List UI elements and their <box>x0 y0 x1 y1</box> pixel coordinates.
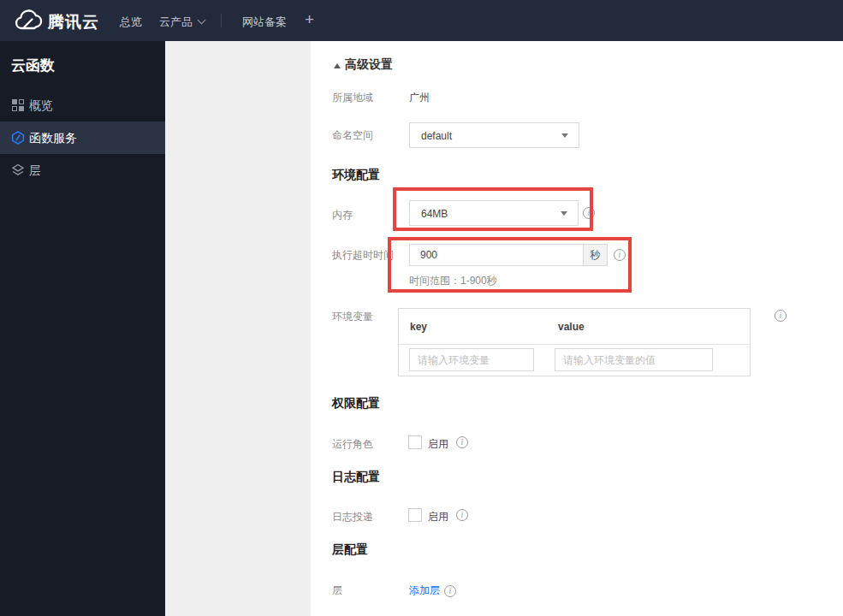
nav-item-products[interactable]: 云产品 <box>159 15 193 30</box>
sidebar-item-label: 概览 <box>29 98 53 114</box>
chevron-down-icon <box>561 211 567 216</box>
sidebar-item-label: 层 <box>29 163 41 179</box>
region-label: 所属地域 <box>332 91 373 105</box>
timeout-unit: 秒 <box>584 244 608 266</box>
env-value-input[interactable] <box>555 348 713 371</box>
env-key-column-header: key <box>410 321 427 333</box>
info-icon[interactable]: i <box>456 509 468 521</box>
log-config-header: 日志配置 <box>332 470 380 485</box>
log-delivery-checkbox[interactable] <box>408 508 422 522</box>
namespace-select[interactable]: default <box>409 122 579 148</box>
env-value-column-header: value <box>558 321 585 333</box>
info-icon[interactable]: i <box>775 310 787 322</box>
brand-title[interactable]: 腾讯云 <box>48 11 99 33</box>
info-icon[interactable]: i <box>583 207 595 219</box>
sidebar: 云函数 概览 函数服务 层 <box>0 41 165 616</box>
info-icon[interactable]: i <box>444 585 456 597</box>
env-vars-label: 环境变量 <box>332 310 373 324</box>
add-layer-link[interactable]: 添加层 <box>409 583 440 598</box>
memory-select[interactable]: 64MB <box>409 200 579 226</box>
timeout-label: 执行超时时间 <box>332 248 394 263</box>
hexagon-function-icon <box>11 131 25 145</box>
run-role-enable-label: 启用 <box>428 437 448 452</box>
nav-divider <box>221 14 222 27</box>
log-delivery-enable-label: 启用 <box>428 510 448 524</box>
secondary-panel <box>165 41 311 616</box>
run-role-label: 运行角色 <box>332 437 373 452</box>
log-delivery-label: 日志投递 <box>332 510 373 524</box>
env-config-header: 环境配置 <box>332 168 380 183</box>
add-tab-icon[interactable]: + <box>305 10 314 29</box>
timeout-input[interactable] <box>409 244 584 266</box>
topbar: 腾讯云 总览 云产品 网站备案 + <box>0 0 843 41</box>
memory-label: 内存 <box>332 208 353 222</box>
tencent-cloud-logo-icon[interactable] <box>13 9 44 33</box>
env-vars-header-row: key value <box>399 309 750 345</box>
sidebar-item-layers[interactable]: 层 <box>0 154 165 187</box>
collapse-triangle-icon[interactable] <box>334 63 341 68</box>
region-value: 广州 <box>409 91 430 105</box>
chevron-down-icon <box>561 133 568 138</box>
timeout-hint: 时间范围：1-900秒 <box>409 274 497 288</box>
sidebar-title: 云函数 <box>11 56 55 75</box>
nav-item-beian[interactable]: 网站备案 <box>242 15 287 30</box>
env-key-input[interactable] <box>409 348 534 371</box>
layers-icon <box>11 163 25 177</box>
namespace-selected-value: default <box>421 130 452 142</box>
grid-icon <box>11 98 25 112</box>
layer-label: 层 <box>332 583 342 598</box>
run-role-checkbox[interactable] <box>408 435 422 449</box>
info-icon[interactable]: i <box>456 436 468 448</box>
sidebar-item-overview[interactable]: 概览 <box>0 89 165 121</box>
namespace-label: 命名空间 <box>332 128 373 143</box>
sidebar-item-label: 函数服务 <box>29 131 77 146</box>
app-root: 腾讯云 总览 云产品 网站备案 + 云函数 概览 函数服务 <box>0 0 843 616</box>
nav-item-overview[interactable]: 总览 <box>120 15 142 30</box>
layer-config-header: 层配置 <box>332 542 368 558</box>
chevron-down-icon <box>198 16 206 25</box>
info-icon[interactable]: i <box>614 249 626 261</box>
permission-config-header: 权限配置 <box>332 396 380 412</box>
advanced-settings-toggle[interactable]: 高级设置 <box>345 57 393 73</box>
memory-selected-value: 64MB <box>421 208 448 220</box>
sidebar-item-function-service[interactable]: 函数服务 <box>0 121 165 154</box>
